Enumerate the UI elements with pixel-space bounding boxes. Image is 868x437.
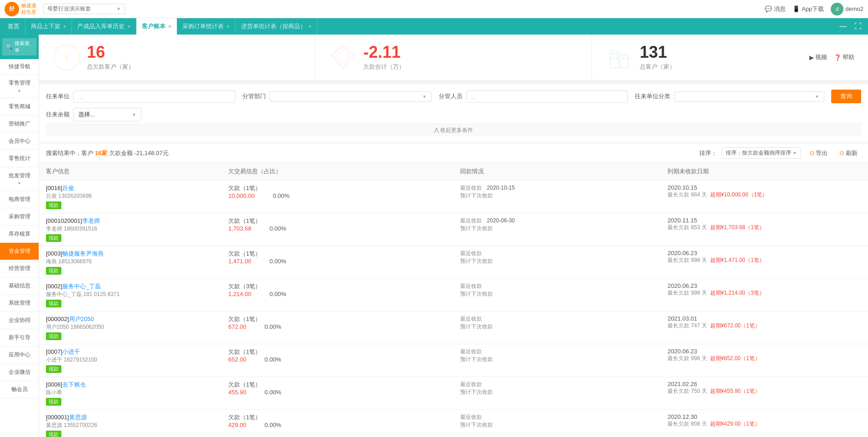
owe-amount: 652.00 [228,356,246,363]
sidebar-item-stock-check[interactable]: 库存核算 [0,226,39,243]
export-btn[interactable]: ⊙ 导出 [806,148,831,159]
customer-code: [0006] [46,381,62,388]
category-select[interactable]: ▼ [674,91,824,102]
source-unit-input[interactable]: ... [73,90,236,103]
tab-customer-account[interactable]: 客户账本 × [136,18,177,35]
return-info: 最近收款 [460,315,654,323]
sort-select[interactable]: 排序：按欠款金额倒序排序 ▼ [722,147,801,159]
expire-date: 2020.12.30 [667,413,861,420]
close-icon[interactable]: × [168,24,171,29]
overdue-link[interactable]: 超期¥672.00（1笔） [710,322,760,329]
search-menu-input[interactable]: 🔍 搜索菜单 [2,38,36,55]
sidebar-item-basic-info[interactable]: 基础信息 [0,277,39,295]
status-badge: 现款 [46,267,61,275]
return-info: 最近收款 [460,348,654,356]
table-row: [000001]黄思源 黄思源 13552700226 现款 欠款（1笔） 42… [39,410,868,437]
sidebar-item-system-mgmt[interactable]: 系统管理 [0,295,39,312]
overdue-info: 最长欠款 750 天 超期¥455.90（1笔） [667,387,861,395]
overdue-link[interactable]: 超期¥1,214.00（3笔） [710,290,765,296]
sidebar-item-member-center[interactable]: 会员中心 [0,133,39,150]
overdue-link[interactable]: 超期¥10,000.00（1笔） [710,191,768,198]
maximize-btn[interactable]: ⛶ [852,21,864,31]
table-header-row: 客户信息 欠交易信息（占比） 回款情况 到期未收款日期 [39,163,868,181]
demo-selector[interactable]: 母婴行业演示账套 ▼ [43,4,125,14]
expire-date: 2020.11.15 [667,217,861,224]
owe-info-cell: 欠款（1笔） 652.00 0.00% [221,344,453,377]
customer-name-link[interactable]: 李老师 [82,217,100,224]
customer-name-link[interactable]: 用户2050 [69,316,94,322]
sidebar-item-retail-mgmt[interactable]: 零售管理 ▲ [0,75,39,98]
owe-percentage: 0.00% [270,225,286,232]
category-label: 往来单位分类 [635,92,670,100]
overdue-link[interactable]: 超期¥1,471.00（1笔） [710,257,765,263]
status-badge: 现款 [46,332,61,340]
sidebar-item-enterprise-collab[interactable]: 企业协同 [0,312,39,329]
overdue-link[interactable]: 超期¥1,703.68（1笔） [710,224,765,231]
close-icon[interactable]: × [226,24,229,29]
minimize-btn[interactable]: — [837,21,849,31]
sidebar-item-ecommerce[interactable]: 电商管理 [0,191,39,208]
last-payment-date: 2020-10-15 [484,185,515,191]
tab-stock-stats[interactable]: 进货单统计表（按商品） × [236,18,317,35]
owe-percentage: 0.00% [270,291,286,297]
sidebar-item-batch-mgmt[interactable]: 批发管理 ▼ [0,167,39,191]
next-payment-label: 预计下次收款 [460,323,654,331]
filter-row-1: 往来单位 ... 分管部门 ▼ 分管人员 ... [46,90,861,103]
person-input[interactable]: ... [466,90,628,103]
sidebar-item-operations-mgmt[interactable]: 经营管理 [0,260,39,277]
owe-percentage: 0.00% [270,258,286,265]
overdue-link[interactable]: 超期¥652.00（1笔） [710,355,760,362]
collapse-filter-btn[interactable]: ⋀ 收起更多条件 [46,124,861,136]
customer-phone: 小进千 18279152100 [46,356,215,364]
sidebar-item-marketing[interactable]: 营销推广 [0,116,39,133]
customer-name-link[interactable]: 黄思源 [69,414,87,421]
sidebar-item-finance-mgmt[interactable]: 资金管理 [0,243,39,260]
chevron-down-icon: ▼ [815,94,819,99]
sidebar-item-new-guide[interactable]: 新手引导 [0,329,39,347]
help-btn[interactable]: ❓ 帮助 [834,53,854,61]
tab-produce-history[interactable]: 产成品入库单历史 × [72,18,136,35]
owe-info-cell: 欠款（1笔） 672.00 0.00% [221,311,453,344]
sidebar-item-purchase-mgmt[interactable]: 采购管理 [0,208,39,226]
owe-count: 欠款（1笔） [228,348,447,356]
return-info: 最近收款 [460,250,654,257]
sidebar-item-quick-nav[interactable]: 快捷导航 [0,59,39,75]
sidebar-search-area: 🔍 搜索菜单 [0,35,39,59]
refresh-btn[interactable]: ⊙ 刷新 [836,148,861,159]
message-btn[interactable]: 💬 消息 [765,5,786,13]
expire-date-cell: 2020.06.23 最长欠款 998 天 超期¥652.00（1笔） [661,344,868,377]
overdue-link[interactable]: 超期¥455.90（1笔） [710,388,760,394]
table-row: [000002]用户2050 用户2050 18665062050 现款 欠款（… [39,311,868,344]
sidebar-item-vip-member[interactable]: 畅会员 [0,381,39,398]
overdue-link[interactable]: 超期¥429.00（1笔） [710,421,760,427]
close-icon[interactable]: × [127,24,130,29]
customer-name-link[interactable]: 去下粮仓 [62,381,86,388]
tab-home[interactable]: 首页 [2,18,25,35]
close-icon[interactable]: × [63,24,66,29]
last-payment-date [484,283,487,289]
tab-purchase-stats[interactable]: 采购订单统计表 × [177,18,235,35]
app-download-btn[interactable]: 📱 App下载 [793,5,824,13]
sidebar-item-enterprise-wx[interactable]: 企业微信 [0,364,39,381]
balance-select[interactable]: 选择... ▼ [73,108,141,121]
customer-name-link[interactable]: 吕俊 [62,185,74,191]
view-video-btn[interactable]: ▶ 视频 [809,53,827,61]
owe-amount: 672.00 [228,323,246,330]
logo-icon: 好 [5,2,19,16]
user-avatar-btn[interactable]: d demo2 [831,3,863,15]
customer-name-link[interactable]: 服务中心_丁磊 [62,283,101,290]
expire-date-cell: 2021.02.26 最长欠款 750 天 超期¥455.90（1笔） [661,377,868,410]
search-button[interactable]: 查询 [831,90,861,103]
sidebar-item-retail-stats[interactable]: 零售统计 [0,150,39,167]
tab-product-listing[interactable]: 商品上下架 × [25,18,72,35]
status-badge: 现款 [46,431,61,437]
sidebar-item-retail-mall[interactable]: 零售商城 [0,98,39,116]
dept-label: 分管部门 [242,92,266,100]
customer-name-link[interactable]: 小进千 [62,348,80,355]
svg-rect-8 [612,57,614,60]
dept-select[interactable]: ▼ [270,91,432,102]
customer-name-link[interactable]: 畅捷服务尹海燕 [62,250,104,257]
sidebar-item-app-center[interactable]: 应用中心 [0,347,39,364]
customer-phone: 李老师 18600391516 [46,225,215,233]
close-icon[interactable]: × [309,24,311,29]
